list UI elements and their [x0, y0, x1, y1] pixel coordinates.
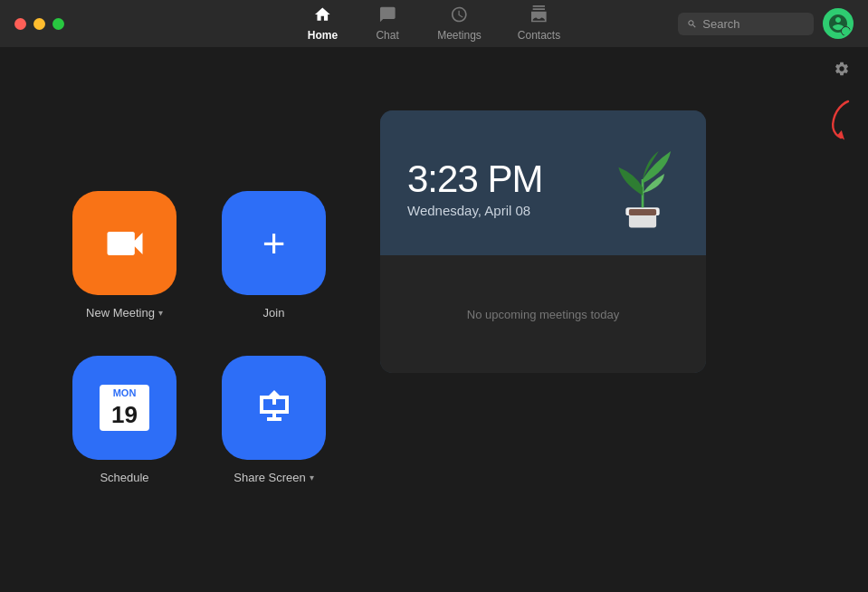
join-button[interactable]: +	[222, 191, 326, 295]
new-meeting-item[interactable]: New Meeting ▾	[72, 191, 176, 320]
main-content: New Meeting ▾ + Join MON 19 Schedule	[0, 47, 868, 592]
close-button[interactable]	[14, 18, 26, 30]
nav-tabs: Home Chat Meetings Cont	[290, 0, 578, 47]
plus-icon: +	[262, 224, 286, 263]
minimize-button[interactable]	[33, 18, 45, 30]
contacts-icon	[530, 5, 548, 26]
tab-contacts-label: Contacts	[518, 29, 560, 42]
traffic-lights	[14, 18, 64, 30]
titlebar: Home Chat Meetings Cont	[0, 0, 868, 47]
svg-rect-3	[629, 209, 656, 215]
tab-meetings[interactable]: Meetings	[419, 0, 500, 47]
plant-svg	[606, 138, 679, 237]
clock-text: 3:23 PM Wednesday, April 08	[407, 158, 542, 218]
share-screen-button[interactable]	[222, 356, 326, 460]
share-screen-item[interactable]: Share Screen ▾	[222, 356, 326, 484]
camera-icon	[101, 220, 148, 267]
nav-right	[678, 8, 854, 39]
chevron-icon: ▾	[310, 473, 314, 482]
clock-widget: 3:23 PM Wednesday, April 08	[380, 110, 706, 255]
settings-button[interactable]	[834, 61, 850, 81]
avatar[interactable]	[823, 8, 854, 39]
schedule-button[interactable]: MON 19	[72, 356, 176, 460]
tab-home[interactable]: Home	[290, 0, 356, 47]
no-meetings-text: No upcoming meetings today	[467, 308, 619, 321]
calendar-icon: MON 19	[100, 385, 149, 431]
new-meeting-button[interactable]	[72, 191, 176, 295]
tab-chat-label: Chat	[376, 29, 398, 42]
meetings-panel: No upcoming meetings today	[380, 255, 706, 373]
chevron-icon: ▾	[158, 308, 163, 318]
chat-icon	[378, 5, 396, 26]
action-grid: New Meeting ▾ + Join MON 19 Schedule	[72, 101, 326, 556]
join-item[interactable]: + Join	[222, 191, 326, 320]
clock-time: 3:23 PM	[407, 158, 542, 201]
clock-icon	[450, 5, 468, 26]
schedule-item[interactable]: MON 19 Schedule	[72, 356, 176, 484]
tab-contacts[interactable]: Contacts	[500, 0, 578, 47]
join-label: Join	[263, 306, 285, 320]
search-icon	[687, 18, 697, 30]
plant-decoration	[606, 138, 679, 237]
share-screen-label: Share Screen ▾	[234, 471, 314, 484]
schedule-label: Schedule	[100, 471, 148, 484]
search-input[interactable]	[702, 17, 805, 31]
share-icon	[253, 387, 296, 430]
arrow-annotation	[823, 97, 859, 142]
tab-chat[interactable]: Chat	[356, 0, 419, 47]
new-meeting-label: New Meeting ▾	[86, 306, 163, 320]
tab-home-label: Home	[308, 29, 338, 42]
tab-meetings-label: Meetings	[437, 29, 482, 42]
search-bar[interactable]	[678, 13, 814, 35]
clock-date: Wednesday, April 08	[407, 203, 542, 218]
right-panel: 3:23 PM Wednesday, April 08	[380, 110, 706, 373]
home-icon	[313, 5, 331, 26]
fullscreen-button[interactable]	[52, 18, 64, 30]
